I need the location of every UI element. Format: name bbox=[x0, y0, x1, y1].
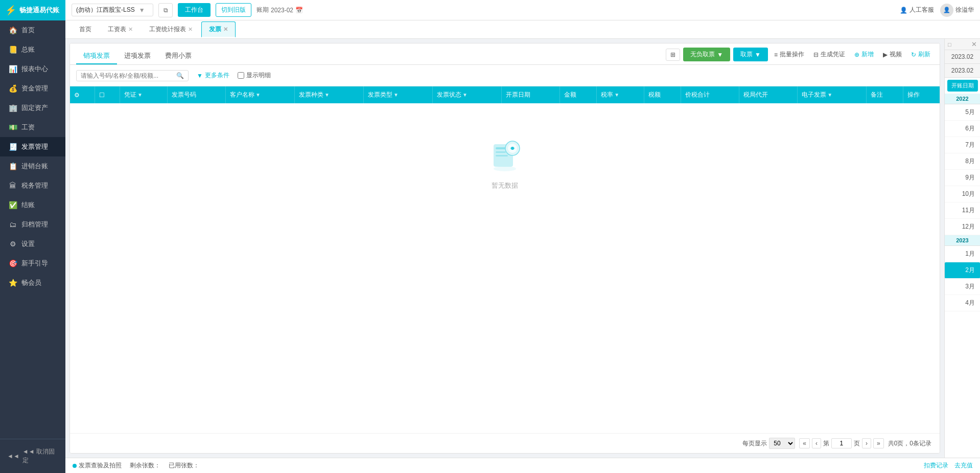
calendar-month-2023-4月[interactable]: 4月 bbox=[945, 295, 980, 311]
sidebar-label-6: 发票管理 bbox=[21, 142, 48, 151]
user-name: 徐溢华 bbox=[955, 6, 974, 14]
batch-icon: ≡ bbox=[774, 51, 778, 58]
refresh-label: 刷新 bbox=[918, 50, 930, 59]
calendar-month-2022-12月[interactable]: 12月 bbox=[945, 219, 980, 235]
sidebar-icon-3: 💰 bbox=[8, 84, 17, 93]
user-info[interactable]: 👤 徐溢华 bbox=[940, 4, 974, 17]
sidebar-item-归档管理[interactable]: 🗂 归档管理 bbox=[0, 215, 65, 234]
th-0: ⚙ bbox=[70, 86, 95, 103]
th-3: 发票号码 bbox=[167, 86, 225, 103]
tab-工资表[interactable]: 工资表✕ bbox=[100, 21, 141, 37]
sidebar-item-税务管理[interactable]: 🏛 税务管理 bbox=[0, 176, 65, 195]
tab-close-1[interactable]: ✕ bbox=[128, 26, 133, 33]
page-size-dropdown[interactable]: 50100200 bbox=[769, 438, 795, 449]
th-11: 税额 bbox=[644, 86, 681, 103]
calendar-month-2022-9月[interactable]: 9月 bbox=[945, 170, 980, 186]
copy-company-btn[interactable]: ⧉ bbox=[158, 3, 173, 17]
calendar-month-2022-11月[interactable]: 11月 bbox=[945, 202, 980, 219]
sub-tab-进项发票[interactable]: 进项发票 bbox=[117, 48, 158, 64]
page-number-input[interactable] bbox=[831, 438, 852, 448]
sidebar-item-固定资产[interactable]: 🏢 固定资产 bbox=[0, 98, 65, 118]
sidebar-item-资金管理[interactable]: 💰 资金管理 bbox=[0, 79, 65, 98]
sidebar-item-新手引导[interactable]: 🎯 新手引导 bbox=[0, 254, 65, 273]
page-unit: 页 bbox=[854, 439, 860, 448]
search-icon: 🔍 bbox=[176, 72, 184, 79]
last-page-btn[interactable]: » bbox=[873, 438, 884, 448]
footer-verify-btn[interactable]: 发票查验及拍照 bbox=[73, 461, 122, 470]
grid-settings-btn[interactable]: ⊞ bbox=[666, 49, 680, 61]
th-2[interactable]: 凭证▼ bbox=[120, 86, 167, 103]
th-5[interactable]: 发票种类▼ bbox=[294, 86, 363, 103]
video-btn[interactable]: ▶ 视频 bbox=[880, 48, 905, 61]
sidebar-icon-11: ⚙ bbox=[8, 240, 17, 248]
sidebar-item-报表中心[interactable]: 📊 报表中心 bbox=[0, 59, 65, 79]
invoice-panel: 销项发票进项发票费用小票 ⊞ 无负取票 ▼ 取票 ▼ ≡ bbox=[69, 43, 940, 454]
first-page-btn[interactable]: « bbox=[799, 438, 810, 448]
calendar-period-label-2: 2023.02 bbox=[951, 67, 973, 74]
gen-voucher-btn[interactable]: ⊟ 生成凭证 bbox=[810, 48, 848, 61]
search-input-wrap[interactable]: 🔍 bbox=[76, 70, 189, 81]
calendar-month-2022-5月[interactable]: 5月 bbox=[945, 104, 980, 121]
calendar-expand-btn[interactable]: □ bbox=[948, 41, 951, 48]
tab-首页[interactable]: 首页 bbox=[72, 21, 99, 37]
company-selector[interactable]: (勿动）江西股宝-LSS ▼ bbox=[72, 4, 153, 16]
th-6[interactable]: 发票类型▼ bbox=[364, 86, 433, 103]
search-input[interactable] bbox=[81, 72, 174, 79]
tab-工资统计报表[interactable]: 工资统计报表✕ bbox=[142, 21, 200, 37]
more-filter-btn[interactable]: ▼ 更多条件 bbox=[193, 69, 234, 82]
th-10[interactable]: 税率▼ bbox=[597, 86, 644, 103]
th-14[interactable]: 电子发票▼ bbox=[798, 86, 867, 103]
tab-发票[interactable]: 发票✕ bbox=[201, 21, 236, 37]
calendar-month-2023-1月[interactable]: 1月 bbox=[945, 246, 980, 262]
sidebar-label-2: 报表中心 bbox=[21, 64, 48, 74]
recharge-link[interactable]: 去充值 bbox=[954, 461, 973, 470]
new-invoice-btn[interactable]: ⊕ 新增 bbox=[851, 48, 877, 61]
batch-op-btn[interactable]: ≡ 批量操作 bbox=[771, 48, 807, 61]
logo-icon: ⚡ bbox=[5, 5, 16, 16]
next-page-btn[interactable]: › bbox=[862, 438, 871, 448]
sidebar-item-畅会员[interactable]: ⭐ 畅会员 bbox=[0, 273, 65, 292]
calendar-month-2023-3月[interactable]: 3月 bbox=[945, 279, 980, 295]
tab-close-2[interactable]: ✕ bbox=[188, 26, 193, 33]
tab-close-3[interactable]: ✕ bbox=[223, 26, 228, 33]
pin-label: ◄◄ 取消固定 bbox=[22, 447, 58, 465]
calendar-month-2022-8月[interactable]: 8月 bbox=[945, 153, 980, 170]
take-ticket-btn[interactable]: 取票 ▼ bbox=[733, 48, 768, 61]
calendar-month-2023-2月[interactable]: 2月 bbox=[945, 262, 980, 279]
workbench-button[interactable]: 工作台 bbox=[178, 3, 211, 17]
no-cancel-btn[interactable]: 无负取票 ▼ bbox=[683, 48, 730, 61]
calendar-month-2022-6月[interactable]: 6月 bbox=[945, 121, 980, 137]
sidebar-item-工资[interactable]: 💵 工资 bbox=[0, 118, 65, 137]
sub-tab-销项发票[interactable]: 销项发票 bbox=[76, 48, 117, 64]
sidebar-item-总账[interactable]: 📒 总账 bbox=[0, 40, 65, 59]
sidebar-icon-13: ⭐ bbox=[8, 279, 17, 287]
sidebar-pin-btn[interactable]: ◄◄ ◄◄ 取消固定 bbox=[0, 443, 65, 469]
sidebar-item-首页[interactable]: 🏠 首页 bbox=[0, 20, 65, 40]
sidebar-item-进销台账[interactable]: 📋 进销台账 bbox=[0, 156, 65, 176]
used-label: 已用张数： bbox=[169, 461, 199, 470]
sidebar-item-结账[interactable]: ✅ 结账 bbox=[0, 195, 65, 215]
sidebar-icon-1: 📒 bbox=[8, 46, 17, 54]
sidebar-item-发票管理[interactable]: 🧾 发票管理 bbox=[0, 137, 65, 156]
open-period-btn[interactable]: 开账日期 bbox=[947, 80, 978, 92]
sub-tab-费用小票[interactable]: 费用小票 bbox=[158, 48, 199, 64]
support-icon: 👤 bbox=[900, 7, 907, 14]
sidebar-item-设置[interactable]: ⚙ 设置 bbox=[0, 234, 65, 254]
calendar-close-btn[interactable]: ✕ bbox=[971, 40, 977, 48]
show-detail-checkbox[interactable] bbox=[238, 72, 244, 79]
th-4[interactable]: 客户名称▼ bbox=[225, 86, 294, 103]
th-8: 开票日期 bbox=[502, 86, 560, 103]
prev-page-btn[interactable]: ‹ bbox=[812, 438, 821, 448]
show-detail-label[interactable]: 显示明细 bbox=[238, 71, 271, 80]
support-btn[interactable]: 👤 人工客服 bbox=[900, 6, 934, 14]
switch-version-button[interactable]: 切到旧版 bbox=[216, 3, 251, 17]
billing-record-link[interactable]: 扣费记录 bbox=[924, 461, 948, 470]
sidebar-label-12: 新手引导 bbox=[21, 259, 48, 268]
calendar-month-2022-7月[interactable]: 7月 bbox=[945, 137, 980, 153]
sidebar-icon-5: 💵 bbox=[8, 123, 17, 131]
th-7[interactable]: 发票状态▼ bbox=[433, 86, 502, 103]
period-calendar-icon[interactable]: 📅 bbox=[295, 7, 303, 14]
calendar-month-2022-10月[interactable]: 10月 bbox=[945, 186, 980, 202]
gen-voucher-label: 生成凭证 bbox=[821, 50, 845, 59]
refresh-btn[interactable]: ↻ 刷新 bbox=[908, 48, 934, 61]
